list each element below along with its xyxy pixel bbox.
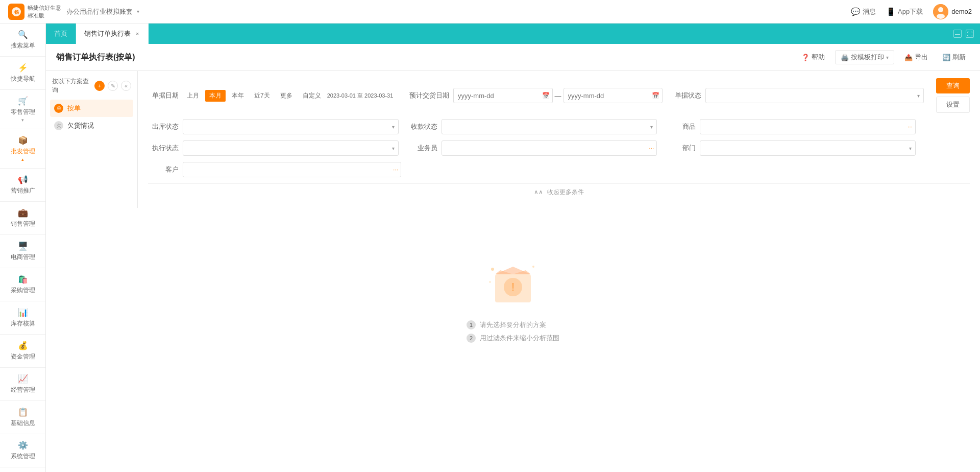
date-btn-this-month[interactable]: 本月	[205, 90, 226, 102]
date-quick-buttons: 上月 本月 本年 近7天 更多 自定义	[183, 90, 325, 102]
dept-label: 部门	[665, 144, 696, 153]
customer-field: 客户 ···	[148, 162, 401, 177]
sidebar-item-system[interactable]: ⚙️ 系统管理	[0, 434, 45, 467]
dept-select[interactable]	[700, 140, 916, 156]
status-select-wrap: ▾	[705, 88, 924, 103]
svg-point-4	[937, 14, 945, 19]
date-end-input[interactable]	[564, 88, 663, 103]
salesperson-field: 业务员 ···	[407, 140, 657, 156]
export-button[interactable]: 📤 导出	[900, 51, 932, 64]
sidebar-item-inventory[interactable]: 📊 库存核算	[0, 301, 45, 335]
refresh-button[interactable]: 🔄 刷新	[938, 51, 970, 64]
ecommerce-icon: 🖥️	[18, 241, 28, 251]
tab-close-icon[interactable]: ×	[135, 30, 140, 38]
sidebar-item-wholesale[interactable]: 📦 批发管理 ▴	[0, 129, 45, 169]
date-btn-more[interactable]: 更多	[276, 90, 297, 102]
tab-sales-order[interactable]: 销售订单执行表 ×	[76, 23, 149, 44]
date-btn-custom[interactable]: 自定义	[299, 90, 325, 102]
basic-info-icon: 📋	[18, 407, 28, 417]
calendar-end-icon: 📅	[652, 92, 659, 99]
svg-point-8	[491, 268, 494, 271]
status-select[interactable]	[705, 88, 924, 103]
page-header: 销售订单执行表(按单) ❓ 帮助 🖨️ 按模板打印 ▾ 📤	[46, 44, 980, 71]
app-download-button[interactable]: 📱 App下载	[886, 7, 923, 16]
sidebar-item-operations[interactable]: 📈 经营管理	[0, 368, 45, 401]
print-button[interactable]: 🖨️ 按模板打印 ▾	[835, 50, 894, 64]
tab-spacer	[149, 23, 947, 44]
user-avatar-area[interactable]: demo2	[933, 4, 972, 19]
sidebar-item-quicknav[interactable]: ⚡ 快捷导航	[0, 57, 45, 90]
help-button[interactable]: ❓ 帮助	[797, 51, 829, 64]
customer-input[interactable]	[183, 162, 401, 177]
status-label: 单据状态	[671, 91, 701, 100]
svg-text:畅: 畅	[14, 10, 19, 15]
marketing-icon: 📢	[18, 175, 28, 184]
filter-panel-inner: 按以下方案查询 + ✎ «	[46, 71, 980, 208]
empty-tip-2: 2 用过滤条件来缩小分析范围	[467, 334, 559, 343]
salesperson-input[interactable]	[442, 140, 657, 156]
sidebar-item-collab[interactable]: 🤝 企业协同	[0, 467, 45, 472]
breadcrumb-area[interactable]: 办公用品行业模拟账套 ▾	[66, 7, 139, 16]
date-start-wrap: 📅	[453, 88, 553, 103]
search-button[interactable]: 查询	[936, 78, 970, 93]
sidebar-item-purchase[interactable]: 🛍️ 采购管理	[0, 268, 45, 301]
collapse-bar[interactable]: ∧∧ 收起更多条件	[148, 183, 970, 201]
filter-row-1: 单据日期 上月 本月 本年 近7天 更多 自定义	[148, 78, 970, 113]
empty-illustration: !	[482, 249, 544, 310]
logo-icon: 畅	[8, 4, 24, 20]
collapse-left-button[interactable]: «	[121, 81, 131, 91]
collection-select-wrap: ▾	[442, 119, 657, 134]
collapse-label: 收起更多条件	[547, 188, 584, 196]
salesperson-more-icon[interactable]: ···	[649, 145, 654, 152]
search-menu-icon: 🔍	[18, 30, 28, 39]
salesperson-label: 业务员	[407, 144, 437, 153]
exec-select[interactable]	[183, 140, 399, 156]
svg-point-3	[938, 7, 943, 12]
expected-date-field: 预计交货日期 📅 —	[409, 88, 663, 103]
search-btn-area: 查询 设置	[936, 78, 970, 113]
sidebar-item-sales[interactable]: 💼 销售管理	[0, 202, 45, 235]
filter-left-title: 按以下方案查询	[52, 77, 94, 95]
goods-input[interactable]	[700, 119, 916, 134]
date-btn-7days[interactable]: 近7天	[250, 90, 274, 102]
goods-field: 商品 ···	[665, 119, 916, 134]
edit-scheme-button[interactable]: ✎	[108, 81, 118, 91]
dept-select-wrap: ▾	[700, 140, 916, 156]
svg-point-9	[532, 266, 534, 268]
minimize-button[interactable]: —	[953, 30, 962, 38]
sidebar-item-finance[interactable]: 💰 资金管理	[0, 335, 45, 368]
print-icon: 🖨️	[841, 54, 849, 61]
out-stock-label: 出库状态	[148, 122, 179, 131]
filter-left-header: 按以下方案查询 + ✎ «	[50, 77, 133, 95]
date-btn-this-year[interactable]: 本年	[228, 90, 248, 102]
operations-icon: 📈	[18, 374, 28, 384]
customer-more-icon[interactable]: ···	[393, 166, 398, 173]
print-chevron-icon: ▾	[886, 55, 889, 60]
settings-button[interactable]: 设置	[936, 97, 970, 113]
goods-label: 商品	[665, 122, 696, 131]
nav-item-backorder-icon: 欠	[54, 121, 63, 130]
sidebar-item-ecommerce[interactable]: 🖥️ 电商管理	[0, 235, 45, 268]
customer-label: 客户	[148, 165, 179, 174]
sidebar-item-marketing[interactable]: 📢 营销推广	[0, 169, 45, 202]
maximize-button[interactable]: ⛶	[966, 30, 974, 38]
collection-select[interactable]	[442, 119, 657, 134]
logo-area: 畅 畅捷信好生意 标准版	[8, 4, 61, 20]
export-icon: 📤	[904, 54, 913, 61]
add-scheme-button[interactable]: +	[94, 81, 105, 91]
sidebar-item-retail[interactable]: 🛒 零售管理 ▾	[0, 90, 45, 129]
date-start-input[interactable]	[453, 88, 553, 103]
tab-window-controls: — ⛶	[947, 23, 980, 44]
tab-home[interactable]: 首页	[46, 23, 76, 44]
sidebar-item-search[interactable]: 🔍 搜索菜单	[0, 23, 45, 57]
page-inner: 销售订单执行表(按单) ❓ 帮助 🖨️ 按模板打印 ▾ 📤	[46, 44, 980, 472]
out-stock-select[interactable]	[183, 119, 399, 134]
sidebar-item-basic-info[interactable]: 📋 基础信息	[0, 401, 45, 434]
sidebar: 🔍 搜索菜单 ⚡ 快捷导航 🛒 零售管理 ▾ 📦 批发管理 ▴ 📢 营销推广 💼…	[0, 23, 46, 472]
goods-more-icon[interactable]: ···	[908, 123, 913, 130]
nav-item-backorder[interactable]: 欠 欠货情况	[50, 117, 133, 134]
breadcrumb-text: 办公用品行业模拟账套	[66, 7, 133, 16]
date-btn-last-month[interactable]: 上月	[183, 90, 203, 102]
message-button[interactable]: 💬 消息	[851, 7, 876, 16]
nav-item-by-order[interactable]: 单 按单	[50, 100, 133, 117]
